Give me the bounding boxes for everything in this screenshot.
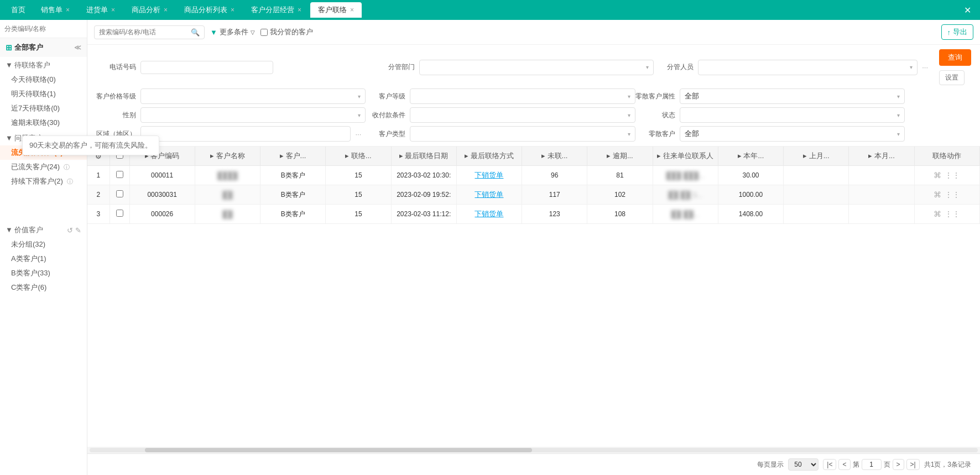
my-customers-checkbox[interactable]: [260, 29, 268, 36]
settings-button[interactable]: 设置: [939, 70, 965, 85]
last-method-link[interactable]: 下销货单: [475, 190, 503, 199]
cell-check[interactable]: [110, 185, 129, 205]
last-page-btn[interactable]: >|: [906, 459, 920, 470]
customer-type-select[interactable]: ▾: [410, 126, 635, 142]
tab-purchase-close[interactable]: ×: [111, 6, 115, 14]
zero-customer-select[interactable]: 全部 ▾: [680, 126, 905, 142]
sidebar-item-tomorrow[interactable]: 明天待联络(1): [0, 87, 87, 101]
sidebar-item-churned[interactable]: 已流失客户(24) ⓘ: [0, 160, 87, 174]
scrollbar-thumb[interactable]: [145, 448, 532, 452]
sidebar-item-declining[interactable]: 持续下滑客户(2) ⓘ: [0, 174, 87, 189]
sidebar-item-overdue[interactable]: 逾期未联络(30): [0, 116, 87, 130]
window-close-button[interactable]: ✕: [960, 5, 976, 15]
sidebar-search-input[interactable]: [4, 25, 87, 33]
action-link-icon[interactable]: ⌘: [934, 190, 941, 199]
action-more-icon[interactable]: ⋮⋮: [945, 190, 960, 199]
tab-sales[interactable]: 销售单 ×: [33, 2, 77, 18]
sidebar-item-type-c[interactable]: C类客户(6): [0, 280, 87, 295]
tab-customer-tier-close[interactable]: ×: [298, 6, 301, 14]
cell-unit-contact: ██ ██...: [653, 205, 718, 224]
tab-customer-tier[interactable]: 客户分层经营 ×: [243, 2, 309, 18]
gender-select[interactable]: ▾: [140, 107, 366, 123]
last-method-link[interactable]: 下销货单: [475, 210, 503, 218]
tab-analysis-table-close[interactable]: ×: [231, 6, 234, 14]
status-select[interactable]: ▾: [680, 107, 905, 123]
my-customers-checkbox-label[interactable]: 我分管的客户: [260, 27, 313, 37]
more-conditions-btn[interactable]: ▼ 更多条件 ▽: [210, 27, 255, 37]
export-button[interactable]: ↑ 导出: [941, 24, 974, 40]
edit-icon[interactable]: ✎: [75, 226, 81, 234]
sidebar-item-week[interactable]: 近7天待联络(0): [0, 101, 87, 116]
col-action: 联络动作: [914, 147, 979, 166]
table-body: 1 000011 ████ B类客户 15 2023-03-02 10:30: …: [87, 166, 980, 224]
first-page-btn[interactable]: |<: [823, 459, 836, 470]
row-checkbox[interactable]: [116, 210, 123, 217]
query-button[interactable]: 查询: [939, 49, 971, 66]
cell-code: 00030031: [129, 185, 195, 205]
sidebar-collapse-icon[interactable]: ≪: [74, 44, 81, 51]
sidebar-item-week-label: 近7天待联络(0): [11, 104, 60, 112]
sidebar-item-type-b[interactable]: B类客户(33): [0, 266, 87, 280]
tab-analysis[interactable]: 商品分析 ×: [124, 2, 175, 18]
tab-customer-link-close[interactable]: ×: [350, 6, 354, 14]
col-no-contact-label: ▸ 未联...: [541, 151, 567, 161]
tab-analysis-table[interactable]: 商品分析列表 ×: [176, 2, 242, 18]
price-tier-label: 客户价格等级: [96, 92, 140, 101]
customer-tier-select[interactable]: ▾: [410, 88, 635, 104]
cell-check[interactable]: [110, 166, 129, 185]
page-number-input[interactable]: [862, 459, 882, 470]
sidebar-item-ungrouped[interactable]: 未分组(32): [0, 237, 87, 252]
zero-attr-select[interactable]: 全部 ▾: [680, 88, 905, 104]
last-method-link[interactable]: 下销货单: [475, 171, 503, 179]
horizontal-scrollbar[interactable]: [87, 447, 980, 453]
row-checkbox[interactable]: [116, 190, 123, 197]
filter-search-icon[interactable]: 🔍: [191, 28, 200, 36]
next-page-btn[interactable]: >: [893, 459, 904, 470]
action-link-icon[interactable]: ⌘: [934, 210, 941, 218]
cell-this-month: [849, 205, 914, 224]
sidebar-group-value[interactable]: ▼ 价值客户 ↺ ✎: [0, 222, 87, 237]
page-navigation: |< < 第 页 > >|: [823, 459, 919, 470]
sidebar-group-value-label: ▼ 价值客户: [6, 225, 43, 235]
region-select[interactable]: [140, 126, 351, 142]
row-checkbox[interactable]: [116, 171, 123, 178]
grid-icon: ⊞: [6, 43, 12, 52]
col-last-month: ▸ 上月...: [784, 147, 849, 166]
sidebar-item-today[interactable]: 今天待联络(0): [0, 72, 87, 87]
right-action-buttons: 查询 设置: [939, 49, 971, 85]
tab-customer-link-label: 客户联络: [318, 5, 347, 15]
region-dots[interactable]: ···: [351, 130, 366, 138]
manager-dots[interactable]: ···: [918, 63, 932, 71]
prev-page-btn[interactable]: <: [838, 459, 850, 470]
sidebar-item-type-a[interactable]: A类客户(1): [0, 252, 87, 266]
tab-customer-link[interactable]: 客户联络 ×: [310, 2, 362, 18]
page-label: 第: [853, 460, 859, 469]
col-this-month-label: ▸ 本月...: [868, 151, 894, 161]
sidebar-all-customers[interactable]: ⊞ 全部客户 ≪: [0, 38, 87, 57]
col-no-contact: ▸ 未联...: [522, 147, 587, 166]
cell-this-year: 30.00: [718, 166, 783, 185]
price-tier-select[interactable]: ▾: [140, 88, 366, 104]
payment-select[interactable]: ▾: [410, 107, 635, 123]
filter-search-input[interactable]: [99, 28, 191, 36]
cell-this-month: [849, 166, 914, 185]
tab-sales-close[interactable]: ×: [66, 6, 70, 14]
dept-select[interactable]: ▾: [419, 60, 654, 75]
tab-analysis-close[interactable]: ×: [164, 6, 168, 14]
action-more-icon[interactable]: ⋮⋮: [945, 210, 960, 218]
tab-purchase[interactable]: 进货单 ×: [79, 2, 123, 18]
col-contact-label: ▸ 联络...: [345, 151, 371, 161]
cell-check[interactable]: [110, 205, 129, 224]
sidebar-group-pending[interactable]: ▼ 待联络客户: [0, 57, 87, 72]
dept-label: 分管部门: [375, 62, 419, 72]
manager-select[interactable]: ▾: [698, 60, 918, 75]
refresh-icon[interactable]: ↺: [67, 226, 73, 234]
tab-home[interactable]: 首页: [4, 2, 32, 18]
cell-last-method: 下销货单: [456, 185, 522, 205]
action-more-icon[interactable]: ⋮⋮: [945, 171, 960, 180]
gender-label: 性别: [96, 111, 140, 120]
action-link-icon[interactable]: ⌘: [934, 171, 941, 180]
page-size-select[interactable]: 50 100: [788, 458, 819, 471]
filter-manager: 分管人员 ▾ ···: [654, 60, 932, 75]
phone-input[interactable]: [140, 61, 273, 74]
